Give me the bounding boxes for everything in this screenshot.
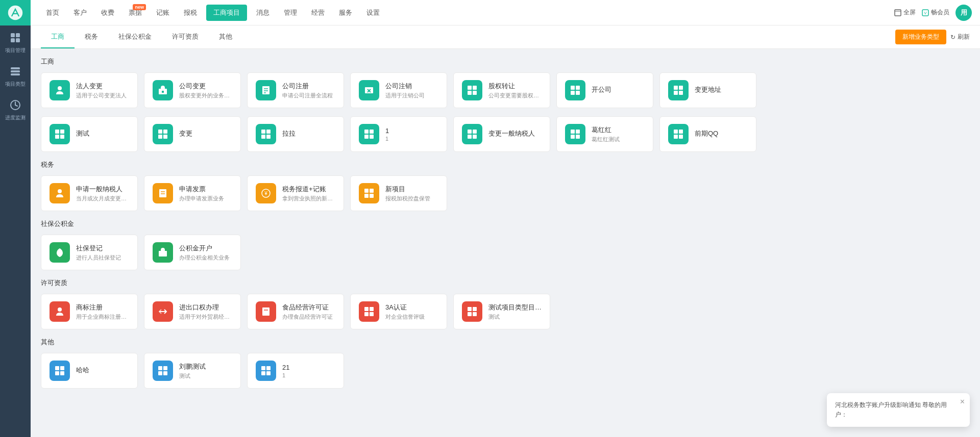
svg-point-12 xyxy=(58,86,62,90)
svg-rect-53 xyxy=(473,135,477,139)
nav-tickets[interactable]: 票据 new xyxy=(121,0,149,25)
section-title-other: 其他 xyxy=(41,338,970,347)
card-company-change[interactable]: 公司变更 股权变更外的业务变更 xyxy=(144,72,241,108)
section-title-license: 许可资质 xyxy=(41,278,970,288)
nav-billing[interactable]: 收费 xyxy=(94,0,121,25)
card-legal-change[interactable]: 法人变更 适用于公司变更法人 xyxy=(41,72,138,108)
svg-rect-95 xyxy=(266,371,271,375)
card-new-project[interactable]: 新项目 报税加税控盘保管 xyxy=(350,175,447,211)
svg-rect-40 xyxy=(158,135,162,139)
card-liupeng-test[interactable]: 刘鹏测试 测试 xyxy=(144,353,241,389)
card-lala[interactable]: 拉拉 xyxy=(247,116,344,152)
sidebar-item-project-manage[interactable]: 项目管理 xyxy=(0,25,31,59)
svg-rect-58 xyxy=(674,130,678,134)
subtab-social-fund[interactable]: 社保公积金 xyxy=(108,25,162,48)
subtabs-bar: 工商 税务 社保公积金 许可资质 其他 新增业务类型 ↻ 刷新 xyxy=(31,25,980,49)
card-company-cancel[interactable]: 公司注销 适用于注销公司 xyxy=(350,72,447,108)
svg-rect-76 xyxy=(364,307,369,311)
nav-home[interactable]: 首页 xyxy=(39,0,66,25)
card-change-taxpayer[interactable]: 变更一般纳税人 xyxy=(453,116,550,152)
card-mohonghong[interactable]: 葛红红 葛红红测试 xyxy=(556,116,653,152)
card-open-company[interactable]: 开公司 xyxy=(556,72,653,108)
card-change-address[interactable]: 变更地址 xyxy=(659,72,756,108)
nav-services[interactable]: 服务 xyxy=(332,0,359,25)
svg-rect-6 xyxy=(11,70,20,72)
card-icon-lala xyxy=(256,124,276,144)
svg-rect-59 xyxy=(679,130,683,134)
card-import-export[interactable]: 进出口权办理 适用于对外贸易经营者 xyxy=(144,294,241,329)
subtab-other[interactable]: 其他 xyxy=(209,25,242,48)
svg-rect-44 xyxy=(261,135,265,139)
card-haha[interactable]: 哈哈 xyxy=(41,353,138,389)
card-icon-social-register xyxy=(50,242,70,263)
subtab-license[interactable]: 许可资质 xyxy=(162,25,209,48)
svg-rect-92 xyxy=(261,366,265,370)
card-social-register[interactable]: 社保登记 进行人员社保登记 xyxy=(41,235,138,270)
notification-close-btn[interactable]: × xyxy=(960,397,965,406)
svg-rect-50 xyxy=(468,130,472,134)
card-equity-transfer[interactable]: 股权转让 公司变更需要股权转让 xyxy=(453,72,550,108)
card-apply-invoice[interactable]: 申请发票 办理申请发票业务 xyxy=(144,175,241,211)
card-icon-company-cancel xyxy=(359,80,379,100)
svg-rect-82 xyxy=(468,312,472,316)
cards-grid-industrial: 法人变更 适用于公司变更法人 公司变更 股权变更外的业务变更 xyxy=(41,72,970,108)
sidebar-item-progress-monitor[interactable]: 进度监测 xyxy=(0,93,31,126)
card-icon-legal-change xyxy=(50,80,70,100)
svg-rect-93 xyxy=(266,366,271,370)
svg-rect-89 xyxy=(163,366,167,370)
card-test-project-type[interactable]: 测试项目类型目定义 测试 xyxy=(453,294,550,329)
nav-industrial[interactable]: 工商项目 xyxy=(206,5,247,21)
fullscreen-btn[interactable]: 全屏 xyxy=(894,8,916,17)
svg-rect-23 xyxy=(473,86,477,90)
project-type-icon xyxy=(8,64,22,79)
card-icon-apply-invoice xyxy=(153,183,173,203)
svg-rect-78 xyxy=(364,312,369,316)
svg-rect-74 xyxy=(262,307,270,316)
subtab-industrial[interactable]: 工商 xyxy=(41,25,75,48)
nav-management[interactable]: 管理 xyxy=(277,0,304,25)
nav-accounting[interactable]: 记账 xyxy=(149,0,177,25)
svg-rect-68 xyxy=(364,189,369,193)
nav-settings[interactable]: 设置 xyxy=(359,0,387,25)
card-test[interactable]: 测试 xyxy=(41,116,138,152)
subtabs: 工商 税务 社保公积金 许可资质 其他 xyxy=(41,25,242,48)
card-3a-cert[interactable]: 3A认证 对企业信誉评级 xyxy=(350,294,447,329)
nav-operations[interactable]: 经营 xyxy=(304,0,332,25)
content-area: 工商 税务 社保公积金 许可资质 其他 新增业务类型 ↻ 刷新 工商 xyxy=(31,25,980,437)
card-tax-report[interactable]: ¥ 税务报道+记账 拿到营业执照的新公司 xyxy=(247,175,344,211)
card-icon-equity-transfer xyxy=(462,80,482,100)
card-trademark[interactable]: 商标注册 用于企业商标注册服务 xyxy=(41,294,138,329)
sidebar-item-project-type[interactable]: 项目类型 xyxy=(0,59,31,93)
svg-rect-94 xyxy=(261,371,265,375)
svg-rect-77 xyxy=(370,307,374,311)
svg-rect-14 xyxy=(162,91,164,93)
card-one[interactable]: 1 1 xyxy=(350,116,447,152)
subtab-tax[interactable]: 税务 xyxy=(75,25,108,48)
nav-messages[interactable]: 消息 xyxy=(249,0,277,25)
svg-point-62 xyxy=(58,189,62,193)
card-twenty-one[interactable]: 21 1 xyxy=(247,353,344,389)
svg-point-73 xyxy=(58,307,62,312)
card-front-qq[interactable]: 前期QQ xyxy=(659,116,756,152)
card-change[interactable]: 变更 xyxy=(144,116,241,152)
nav-customer[interactable]: 客户 xyxy=(66,0,94,25)
svg-rect-84 xyxy=(55,366,59,370)
new-type-button[interactable]: 新增业务类型 xyxy=(895,30,946,44)
card-icon-change-taxpayer xyxy=(462,124,482,144)
svg-rect-70 xyxy=(364,194,369,198)
svg-text:¥: ¥ xyxy=(264,191,267,196)
svg-point-0 xyxy=(8,6,22,20)
refresh-button[interactable]: ↻ 刷新 xyxy=(950,33,970,41)
card-company-register[interactable]: 公司注册 申请公司注册全流程 xyxy=(247,72,344,108)
svg-rect-85 xyxy=(60,366,64,370)
vip-btn[interactable]: V 畅会员 xyxy=(922,8,949,17)
logo[interactable] xyxy=(0,0,31,25)
svg-text:V: V xyxy=(924,11,927,15)
avatar[interactable]: 用 xyxy=(955,5,972,21)
card-food-license[interactable]: 食品经营许可证 办理食品经营许可证 xyxy=(247,294,344,329)
nav-tax[interactable]: 报税 xyxy=(177,0,204,25)
cards-grid-license: 商标注册 用于企业商标注册服务 进出口权办理 适用于对外贸易经营者 xyxy=(41,294,970,329)
card-apply-taxpayer[interactable]: 申请一般纳税人 当月或次月成变更完成 xyxy=(41,175,138,211)
svg-rect-57 xyxy=(576,135,580,139)
card-fund-open[interactable]: 公积金开户 办理公积金相关业务 xyxy=(144,235,241,270)
